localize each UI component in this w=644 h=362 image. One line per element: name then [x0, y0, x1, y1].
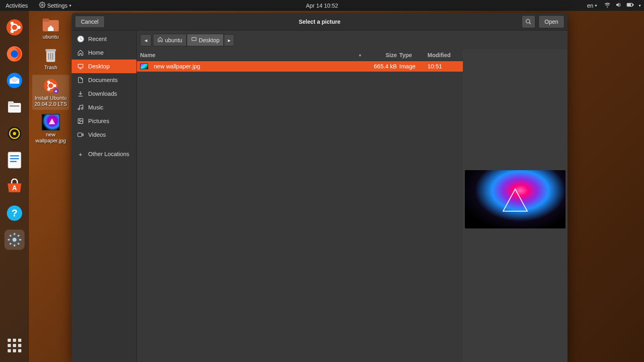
file-modified: 10:51 — [427, 63, 460, 70]
settings-icon — [39, 2, 45, 9]
sidebar-item-desktop[interactable]: Desktop — [72, 60, 136, 73]
chevron-right-icon: ▸ — [228, 37, 231, 43]
cancel-button[interactable]: Cancel — [75, 16, 105, 28]
svg-point-56 — [79, 120, 80, 121]
dock-ubuntu-icon[interactable] — [4, 17, 25, 37]
desktop-wallpaper-file[interactable]: new wallpaper.jpg — [32, 111, 69, 146]
dock-software-icon[interactable]: A — [4, 177, 25, 197]
videos-icon — [77, 131, 84, 138]
svg-point-49 — [526, 19, 530, 23]
desktop-install-ubuntu[interactable]: Install Ubuntu 20.04.2.0 LTS — [32, 75, 69, 110]
sidebar-item-downloads[interactable]: Downloads — [72, 87, 136, 101]
volume-icon[interactable] — [615, 2, 622, 9]
dock-rhythmbox-icon[interactable] — [4, 123, 25, 144]
top-panel: Activities Settings ▾ Apr 14 10:52 en▾ ▾ — [0, 0, 644, 11]
dock-writer-icon[interactable] — [4, 150, 25, 170]
column-size-header[interactable]: Size — [365, 52, 399, 58]
svg-rect-58 — [192, 37, 196, 41]
sidebar-item-documents[interactable]: Documents — [72, 73, 136, 87]
chevron-down-icon: ▾ — [69, 3, 71, 8]
svg-point-46 — [47, 80, 50, 83]
desktop-item-label: ubuntu — [43, 34, 59, 40]
svg-rect-2 — [633, 4, 634, 6]
show-applications-icon[interactable] — [4, 335, 25, 356]
preview-pane — [463, 49, 568, 362]
dock-settings-icon[interactable] — [4, 230, 25, 250]
svg-line-50 — [529, 23, 531, 24]
column-name-header[interactable]: Name▾ — [140, 52, 365, 58]
documents-icon — [77, 76, 84, 84]
column-modified-header[interactable]: Modified — [427, 52, 460, 58]
svg-point-47 — [47, 88, 50, 90]
file-chooser-dialog: Cancel Select a picture Open 🕓Recent Hom… — [72, 13, 568, 362]
chevron-left-icon: ◂ — [144, 37, 147, 43]
network-icon[interactable] — [604, 2, 611, 9]
column-label: Type — [399, 52, 412, 58]
sidebar-item-label: Documents — [88, 77, 118, 83]
music-icon — [77, 104, 84, 111]
dock-firefox-icon[interactable] — [4, 44, 25, 64]
chevron-down-icon: ▾ — [595, 3, 597, 8]
activities-button[interactable]: Activities — [3, 1, 30, 10]
path-forward-button[interactable]: ▸ — [224, 34, 234, 46]
input-source-indicator[interactable]: en▾ — [584, 1, 599, 10]
svg-rect-39 — [45, 49, 56, 51]
list-header: Name▾ Size Type Modified — [137, 49, 463, 61]
battery-icon[interactable] — [627, 2, 634, 9]
dialog-title: Select a picture — [299, 19, 341, 25]
path-segment-label: ubuntu — [165, 37, 182, 43]
clock[interactable]: Apr 14 10:52 — [306, 2, 338, 9]
file-name: new wallpaper.jpg — [154, 63, 200, 70]
home-icon — [157, 37, 163, 43]
desktop-trash[interactable]: Trash — [32, 44, 69, 73]
desktop-icons: ubuntu Trash Install Ubuntu 20.04.2.0 LT… — [32, 14, 69, 146]
sidebar-item-music[interactable]: Music — [72, 101, 136, 114]
sidebar-item-home[interactable]: Home — [72, 46, 136, 60]
svg-rect-14 — [10, 105, 19, 107]
desktop-icon — [77, 63, 84, 70]
desktop-home-folder[interactable]: ubuntu — [32, 14, 69, 43]
file-row[interactable]: new wallpaper.jpg 665.4 kB Image 10:51 — [137, 61, 463, 72]
svg-point-17 — [13, 132, 16, 135]
path-segment-label: Desktop — [199, 37, 219, 43]
dock-thunderbird-icon[interactable] — [4, 70, 25, 90]
svg-point-45 — [54, 84, 56, 87]
svg-point-27 — [12, 238, 17, 242]
sidebar-item-label: Pictures — [88, 118, 109, 124]
sidebar-item-other-locations[interactable]: +Other Locations — [72, 147, 136, 161]
chevron-down-icon[interactable]: ▾ — [639, 3, 641, 8]
sidebar-item-pictures[interactable]: Pictures — [72, 114, 136, 128]
sidebar-item-label: Downloads — [88, 90, 117, 97]
sidebar-item-videos[interactable]: Videos — [72, 128, 136, 142]
app-menu[interactable]: Settings ▾ — [37, 0, 74, 10]
path-back-button[interactable]: ◂ — [140, 34, 151, 46]
column-type-header[interactable]: Type — [399, 52, 427, 58]
column-label: Modified — [427, 52, 451, 58]
desktop-icon — [191, 37, 197, 43]
svg-text:?: ? — [12, 208, 18, 218]
svg-line-33 — [18, 243, 19, 244]
column-label: Size — [386, 52, 397, 58]
svg-rect-57 — [78, 133, 82, 136]
svg-rect-20 — [10, 155, 19, 156]
path-segment-desktop[interactable]: Desktop — [187, 34, 224, 46]
sidebar-item-recent[interactable]: 🕓Recent — [72, 32, 136, 46]
sidebar-item-label: Home — [88, 49, 104, 56]
svg-line-34 — [10, 243, 11, 244]
svg-line-35 — [18, 235, 19, 236]
svg-rect-13 — [8, 101, 14, 105]
search-button[interactable] — [522, 15, 535, 28]
file-size: 665.4 kB — [365, 63, 399, 70]
svg-rect-18 — [8, 152, 21, 168]
dock-files-icon[interactable] — [4, 97, 25, 117]
home-icon — [77, 49, 84, 56]
svg-point-7 — [10, 22, 14, 25]
desktop-item-label: new wallpaper.jpg — [32, 132, 69, 144]
path-bar: ◂ ubuntu Desktop ▸ — [137, 31, 568, 49]
svg-rect-21 — [10, 158, 19, 159]
open-button[interactable]: Open — [539, 15, 564, 28]
dock-help-icon[interactable]: ? — [4, 203, 25, 223]
image-thumbnail — [41, 114, 60, 131]
downloads-icon — [77, 90, 84, 97]
path-segment-home[interactable]: ubuntu — [153, 34, 187, 46]
